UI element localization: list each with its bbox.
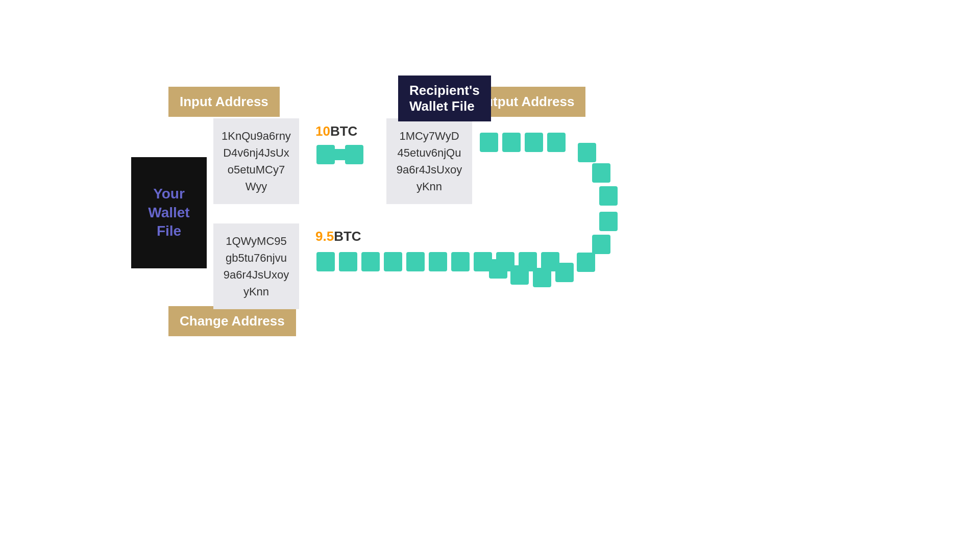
chain-top-svg bbox=[315, 142, 366, 167]
svg-rect-6 bbox=[384, 252, 402, 271]
svg-rect-4 bbox=[339, 252, 357, 271]
change-address-box: 1QWyMC95gb5tu76njvu9a6r4JsUxoyyKnn bbox=[213, 223, 299, 309]
wallet-file-label: YourWalletFile bbox=[148, 185, 189, 240]
svg-rect-27 bbox=[489, 259, 507, 279]
svg-rect-15 bbox=[502, 133, 521, 152]
input-address-tab-text: Input Address bbox=[180, 94, 268, 109]
svg-rect-19 bbox=[592, 163, 610, 183]
amount-bottom-label: 9.5BTC bbox=[315, 229, 361, 244]
svg-rect-8 bbox=[429, 252, 447, 271]
svg-rect-21 bbox=[599, 212, 618, 231]
recipient-address-box: 1MCy7WyD45etuv6njQu9a6r4JsUxoyyKnn bbox=[386, 118, 472, 204]
svg-rect-3 bbox=[316, 252, 335, 271]
recipient-address-text: 1MCy7WyD45etuv6njQu9a6r4JsUxoyyKnn bbox=[397, 130, 462, 193]
svg-rect-0 bbox=[316, 145, 335, 164]
svg-rect-5 bbox=[361, 252, 380, 271]
recipient-wallet-tab: Recipient'sWallet File bbox=[398, 76, 491, 121]
wallet-file-box: YourWalletFile bbox=[131, 157, 207, 268]
svg-rect-22 bbox=[592, 235, 610, 254]
amount-bottom-value: 9.5 bbox=[315, 229, 334, 244]
right-curved-chain bbox=[480, 117, 623, 321]
change-address-tab-text: Change Address bbox=[180, 313, 285, 329]
recipient-wallet-text: Recipient'sWallet File bbox=[409, 83, 480, 114]
svg-rect-9 bbox=[451, 252, 470, 271]
amount-bottom-unit: BTC bbox=[334, 229, 361, 244]
input-address-box: 1KnQu9a6rnyD4v6nj4JsUxo5etuMCy7Wyy bbox=[213, 118, 299, 204]
svg-rect-14 bbox=[480, 133, 498, 152]
amount-top-value: 10 bbox=[315, 123, 330, 139]
input-address-tab: Input Address bbox=[168, 87, 280, 117]
chain-top-row bbox=[315, 142, 366, 167]
svg-rect-23 bbox=[577, 253, 595, 272]
svg-rect-18 bbox=[578, 143, 596, 162]
input-address-text: 1KnQu9a6rnyD4v6nj4JsUxo5etuMCy7Wyy bbox=[222, 130, 291, 193]
amount-top-label: 10BTC bbox=[315, 123, 357, 139]
svg-rect-16 bbox=[525, 133, 543, 152]
change-address-text: 1QWyMC95gb5tu76njvu9a6r4JsUxoyyKnn bbox=[224, 235, 289, 298]
svg-rect-1 bbox=[345, 145, 363, 164]
svg-rect-7 bbox=[406, 252, 425, 271]
diagram-container: YourWalletFile Input Address Change Addr… bbox=[0, 0, 980, 551]
svg-rect-20 bbox=[599, 186, 618, 206]
svg-rect-17 bbox=[547, 133, 566, 152]
change-address-tab: Change Address bbox=[168, 306, 296, 336]
amount-top-unit: BTC bbox=[330, 123, 357, 139]
svg-rect-2 bbox=[334, 149, 346, 160]
svg-rect-25 bbox=[533, 268, 551, 287]
svg-rect-24 bbox=[555, 263, 574, 282]
svg-rect-26 bbox=[510, 265, 529, 285]
